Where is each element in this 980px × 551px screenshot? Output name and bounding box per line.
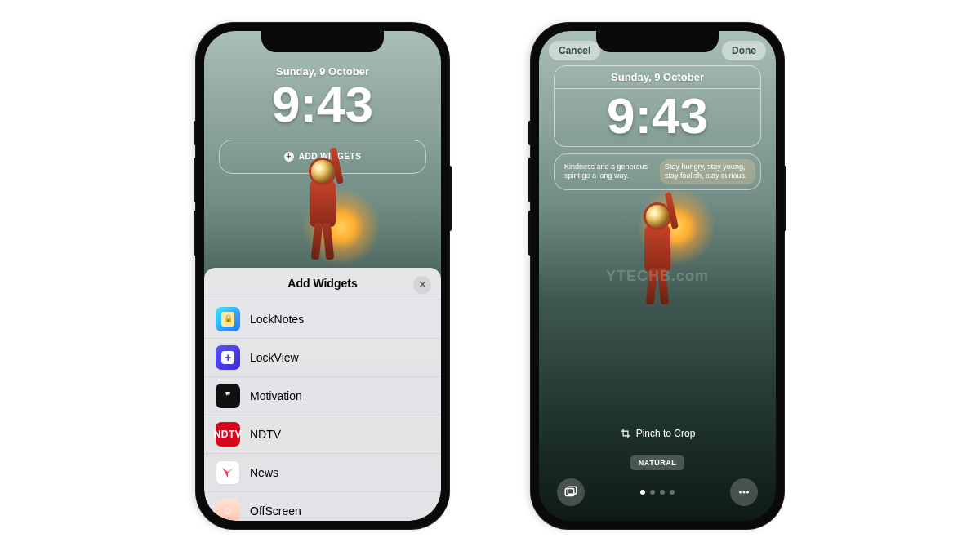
watermark-text: YTECHB.com [606,267,709,284]
widget-app-motivation[interactable]: ❞ Motivation [204,377,441,415]
svg-point-4 [746,491,749,493]
widget-app-offscreen[interactable]: ☺ OffScreen [204,492,441,521]
sheet-title: Add Widgets [287,277,357,290]
offscreen-icon: ☺ [216,499,240,521]
pinch-label: Pinch to Crop [636,428,696,439]
svg-rect-0 [565,488,574,495]
ndtv-icon: NDTV [216,422,240,447]
sheet-header: Add Widgets ✕ [204,268,441,300]
sheet-item-label: NDTV [250,428,281,441]
page-dot [660,490,665,495]
plus-icon: + [284,152,294,162]
widget-app-list[interactable]: LockNotes + LockView ❞ Motivation NDTV N… [204,300,441,521]
sheet-item-label: LockView [250,351,299,364]
lockview-icon: + [216,345,240,370]
add-widgets-sheet: Add Widgets ✕ LockNotes + LockView ❞ Mot… [204,268,441,521]
wallpaper-subject [298,178,347,227]
phone-right: Cancel Done Sunday, 9 October 9:43 Kindn… [531,23,784,529]
more-options-button[interactable] [730,478,758,506]
cancel-button[interactable]: Cancel [549,41,600,60]
phone-left: Sunday, 9 October 9:43 + ADD WIDGETS Add… [196,23,449,529]
widget-app-news[interactable]: News [204,454,441,492]
page-dots[interactable] [640,490,675,495]
svg-point-3 [743,491,746,493]
svg-point-2 [739,491,742,493]
page-dot [670,490,675,495]
motivation-icon: ❞ [216,384,240,408]
crop-icon [620,428,631,439]
date-widget-slot[interactable]: Sunday, 9 October [554,65,761,89]
widgets-slot[interactable]: Kindness and a generous spirit go a long… [554,153,761,190]
notch [596,31,719,52]
time-widget-slot[interactable]: 9:43 [554,89,761,147]
lockscreen-editor: Cancel Done Sunday, 9 October 9:43 Kindn… [539,31,776,521]
svg-rect-1 [568,487,577,494]
wallpaper-gallery-button[interactable] [557,478,585,506]
page-dot [640,490,645,495]
lockscreen-time: 9:43 [204,79,441,130]
sheet-item-label: Motivation [250,389,302,402]
news-icon [216,460,240,485]
done-button[interactable]: Done [722,41,766,60]
wallpaper-subject [633,223,682,272]
widget-app-ndtv[interactable]: NDTV NDTV [204,415,441,454]
notch [261,31,384,52]
widget-quote-left[interactable]: Kindness and a generous spirit go a long… [559,159,655,184]
widget-quote-right[interactable]: Stay hungry, stay young, stay foolish, s… [660,159,755,184]
locknotes-icon [216,307,240,331]
sheet-item-label: LockNotes [250,313,304,326]
page-dot [650,490,655,495]
pinch-to-crop-hint: Pinch to Crop [539,428,776,439]
gallery-icon [564,485,578,500]
sheet-item-label: News [250,466,278,479]
sheet-item-label: OffScreen [250,504,301,518]
editor-bottom-bar [539,478,776,506]
close-icon: ✕ [418,278,427,291]
widget-app-lockview[interactable]: + LockView [204,339,441,377]
ellipsis-icon [737,485,751,500]
lockscreen-left: Sunday, 9 October 9:43 + ADD WIDGETS Add… [204,31,441,521]
widget-app-locknotes[interactable]: LockNotes [204,300,441,339]
close-sheet-button[interactable]: ✕ [413,276,431,294]
color-filter-chip[interactable]: NATURAL [630,455,684,470]
